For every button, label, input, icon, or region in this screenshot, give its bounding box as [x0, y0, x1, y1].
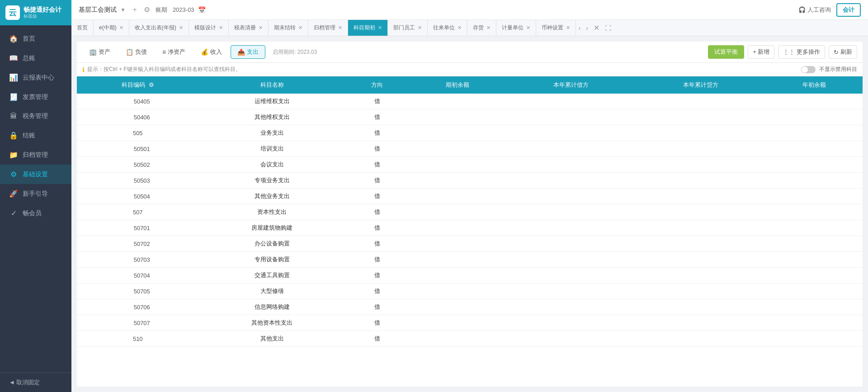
tab-close-archive[interactable]: ✕	[338, 25, 342, 31]
period-value: 2023-03	[173, 6, 194, 13]
more-actions-btn[interactable]: ⋮⋮ 更多操作	[778, 45, 825, 59]
tab-close-dept[interactable]: ✕	[418, 25, 422, 31]
tabs-close-all-btn[interactable]: ✕	[591, 20, 602, 36]
tab-label-dept: 部门员工	[393, 24, 415, 32]
tab-mid[interactable]: e(中期)✕	[94, 20, 129, 36]
tab-inventory[interactable]: 存货✕	[467, 20, 496, 36]
sidebar-item-invoice[interactable]: 🧾发票管理	[0, 87, 71, 107]
support-label: 人工咨询	[807, 6, 831, 14]
tab-close-subject[interactable]: ✕	[378, 25, 382, 31]
subtab-liability[interactable]: 📋 负债	[119, 45, 154, 59]
tab-dept[interactable]: 部门员工✕	[388, 20, 428, 36]
table-row[interactable]: 50706信息网络购建借	[77, 299, 863, 315]
table-row[interactable]: 50406其他维权支出借	[77, 109, 863, 125]
tab-income[interactable]: 收入支出表(年报)✕	[129, 20, 189, 36]
disable-toggle[interactable]	[801, 66, 816, 73]
tabs-bar: 首页 e(中期)✕ 收入支出表(年报)✕ 模版设计✕ 税表清册✕ 期末结转✕ 归…	[71, 20, 868, 36]
company-dropdown-icon[interactable]: ▼	[120, 7, 126, 13]
tab-close-currency[interactable]: ✕	[566, 25, 570, 31]
sidebar-item-tax[interactable]: 🏛税务管理	[0, 107, 71, 126]
table-row[interactable]: 50405运维维权支出借	[77, 94, 863, 109]
tab-close-income[interactable]: ✕	[179, 25, 183, 31]
support-btn[interactable]: 🎧 人工咨询	[798, 6, 831, 14]
invoice-icon: 🧾	[9, 93, 18, 101]
calc-balance-btn[interactable]: 试算平衡	[708, 45, 744, 59]
table-row[interactable]: 50705大型修缮借	[77, 283, 863, 299]
sidebar-item-ledger[interactable]: 📖总账	[0, 48, 71, 68]
table-row[interactable]: 505业务支出借	[77, 125, 863, 141]
sidebar-item-home[interactable]: 🏠首页	[0, 29, 71, 48]
tabs-prev-btn[interactable]: ‹	[576, 20, 584, 36]
hint-bar: ℹ 提示：按Ctrl + F键并输入科目编码或者科目名称可以查找科目。 不显示禁…	[77, 63, 863, 76]
cell-debit	[506, 315, 636, 331]
subtab-asset[interactable]: 🏢 资产	[82, 45, 117, 59]
cell-credit	[636, 204, 765, 220]
cell-year-opening	[766, 315, 863, 331]
tab-archive[interactable]: 归档管理✕	[308, 20, 348, 36]
tab-close-tax[interactable]: ✕	[259, 25, 263, 31]
tab-close-measure[interactable]: ✕	[526, 25, 530, 31]
table-row[interactable]: 50704交通工具购置借	[77, 268, 863, 283]
tab-unit[interactable]: 往来单位✕	[428, 20, 467, 36]
table-row[interactable]: 507资本性支出借	[77, 204, 863, 220]
add-btn[interactable]: + 新增	[748, 45, 774, 59]
cell-code: 50702	[77, 236, 199, 252]
tab-measure[interactable]: 计量单位✕	[496, 20, 536, 36]
period-display: 启用期间: 2023.03	[273, 48, 317, 56]
tab-tax[interactable]: 税表清册✕	[229, 20, 269, 36]
cell-credit	[636, 252, 765, 268]
sidebar-label-archive: 归档管理	[23, 151, 48, 159]
account-button[interactable]: 会计	[836, 3, 861, 17]
sidebar-item-guide[interactable]: 🚀新手引导	[0, 184, 71, 203]
tab-currency[interactable]: 币种设置✕	[536, 20, 576, 36]
cell-code: 50503	[77, 173, 199, 189]
tabs-next-btn[interactable]: ›	[583, 20, 591, 36]
sidebar-collapse-btn[interactable]: ◄ 取消固定	[0, 373, 71, 392]
add-company-btn[interactable]: ＋	[129, 5, 140, 14]
table-row[interactable]: 50503专项业务支出借	[77, 173, 863, 189]
tabs-expand-btn[interactable]: ⛶	[602, 20, 614, 36]
subtab-label-income: 收入	[210, 48, 222, 56]
table-row[interactable]: 510其他支出借	[77, 331, 863, 347]
tab-home[interactable]: 首页	[71, 20, 94, 36]
sidebar-item-reports[interactable]: 📊云报表中心	[0, 68, 71, 87]
cell-name: 其他维权支出	[199, 109, 345, 125]
tab-label-inventory: 存货	[473, 24, 484, 32]
table-row[interactable]: 50702办公设备购置借	[77, 236, 863, 252]
tab-template[interactable]: 模版设计✕	[189, 20, 229, 36]
col-code-label: 科目编码	[122, 81, 145, 88]
sidebar-item-settings[interactable]: ⚙基础设置	[0, 165, 71, 184]
tab-close-mid[interactable]: ✕	[119, 25, 123, 31]
close-accounts-icon: 🔒	[9, 131, 18, 140]
tab-subject-init[interactable]: 科目期初✕	[348, 20, 388, 36]
tab-close-unit[interactable]: ✕	[458, 25, 462, 31]
table-row[interactable]: 50502会议支出借	[77, 157, 863, 173]
table-row[interactable]: 50504其他业务支出借	[77, 189, 863, 204]
tab-close-inventory[interactable]: ✕	[486, 25, 491, 31]
topbar-settings-icon[interactable]: ⚙	[144, 5, 150, 14]
sidebar-item-close[interactable]: 🔒结账	[0, 126, 71, 145]
cell-name: 房屋建筑物购建	[199, 220, 345, 236]
cell-opening	[409, 252, 506, 268]
subtab-expense[interactable]: 📤 支出	[231, 45, 265, 59]
table-row[interactable]: 50701房屋建筑物购建借	[77, 220, 863, 236]
table-row[interactable]: 50703专用设备购置借	[77, 252, 863, 268]
table-row[interactable]: 50707其他资本性支出借	[77, 315, 863, 331]
tab-period-close[interactable]: 期末结转✕	[269, 20, 308, 36]
col-settings-icon[interactable]: ⚙	[149, 81, 154, 88]
cell-opening	[409, 268, 506, 283]
tab-close-period[interactable]: ✕	[298, 25, 302, 31]
cell-year-opening	[766, 236, 863, 252]
cell-name: 运维维权支出	[199, 94, 345, 109]
calendar-icon[interactable]: 📅	[198, 6, 206, 14]
subtab-income[interactable]: 💰 收入	[194, 45, 229, 59]
sidebar-item-member[interactable]: ✓畅会员	[0, 203, 71, 223]
subtab-net-asset[interactable]: ≡ 净资产	[156, 45, 192, 59]
refresh-btn[interactable]: ↻ 刷新	[829, 45, 857, 59]
table-row[interactable]: 50501培训支出借	[77, 141, 863, 157]
cell-code: 50502	[77, 157, 199, 173]
reports-icon: 📊	[9, 73, 18, 82]
cell-code: 50701	[77, 220, 199, 236]
tab-close-template[interactable]: ✕	[219, 25, 223, 31]
sidebar-item-archive[interactable]: 📁归档管理	[0, 145, 71, 165]
